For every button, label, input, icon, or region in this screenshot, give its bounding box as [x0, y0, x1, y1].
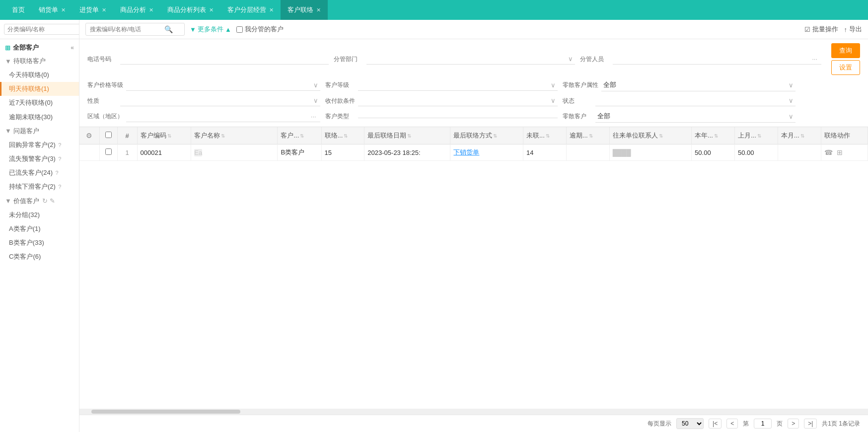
nav-product-analysis[interactable]: 商品分析 ✕ — [113, 0, 160, 20]
customer-type-select[interactable] — [358, 115, 558, 118]
nav-product-analysis-list[interactable]: 商品分析列表 ✕ — [160, 0, 220, 20]
nav-sales-order[interactable]: 销货单 ✕ — [32, 0, 72, 20]
sidebar-item-today-contact[interactable]: 今天待联络(0) — [0, 68, 79, 82]
td-last-contact-method: 下销货单 — [450, 144, 523, 161]
sidebar-group-value[interactable]: ▼ 价值客户 ↻ ✎ — [0, 194, 79, 208]
help-icon: ? — [58, 142, 61, 148]
action-icons: ☎ ⊞ — [824, 148, 865, 156]
price-level-select[interactable]: ∨ — [126, 80, 320, 91]
my-customers-checkbox[interactable] — [236, 26, 243, 33]
horizontal-scrollbar[interactable] — [79, 409, 868, 415]
collapse-icon[interactable]: « — [71, 44, 74, 51]
last-page-btn[interactable]: >| — [804, 419, 817, 429]
grid-action-icon[interactable]: ⊞ — [837, 148, 843, 156]
row-checkbox[interactable] — [105, 148, 112, 155]
td-unit-contact: ████ — [609, 144, 691, 161]
table-header-row: ⚙ # 客户编码⇅ 客户名称⇅ 客户...⇅ 联络...⇅ 最后联络日期⇅ 最后… — [79, 127, 868, 144]
td-customer-name: Ea — [191, 144, 278, 161]
close-icon[interactable]: ✕ — [149, 7, 153, 13]
payment-select[interactable]: ∨ — [358, 95, 558, 106]
sidebar-item-overdue-contact[interactable]: 逾期未联络(30) — [0, 110, 79, 124]
sidebar-item-churned[interactable]: 已流失客户(24) ? — [0, 166, 79, 180]
close-icon[interactable]: ✕ — [61, 7, 66, 13]
search-icon[interactable]: 🔍 — [164, 25, 173, 33]
next-page-btn[interactable]: > — [788, 419, 799, 429]
table-container: ⚙ # 客户编码⇅ 客户名称⇅ 客户...⇅ 联络...⇅ 最后联络日期⇅ 最后… — [79, 127, 868, 409]
th-last-month: 上月...⇅ — [734, 127, 778, 144]
filter-nature: 性质 ∨ — [87, 95, 320, 106]
chevron-down-icon: ∨ — [789, 113, 794, 120]
contact-icon[interactable]: ☎ — [824, 148, 833, 156]
refresh-icon[interactable]: ↻ — [42, 197, 48, 205]
more-icon[interactable]: ··· — [810, 55, 819, 63]
sidebar-search-area: 🔍 — [0, 20, 79, 39]
my-customers-checkbox-label[interactable]: 我分管的客户 — [236, 25, 284, 34]
select-all-checkbox[interactable] — [105, 132, 112, 138]
edit-icon[interactable]: ✎ — [50, 197, 55, 205]
per-page-select[interactable]: 50 100 200 — [676, 418, 704, 429]
page-suffix: 页 — [777, 420, 783, 428]
close-icon[interactable]: ✕ — [269, 7, 274, 13]
chevron-down-icon: ∨ — [313, 97, 318, 104]
search-input[interactable] — [90, 26, 164, 33]
nav-home[interactable]: 首页 — [5, 0, 32, 20]
phone-input[interactable] — [120, 54, 329, 65]
region-select[interactable]: ··· — [126, 111, 320, 122]
sidebar-item-class-c[interactable]: C类客户(6) — [0, 250, 79, 264]
sidebar-item-declining[interactable]: 持续下滑客户(2) ? — [0, 180, 79, 194]
query-button[interactable]: 查询 — [831, 43, 860, 58]
nav-purchase-order[interactable]: 进货单 ✕ — [72, 0, 113, 20]
customer-level-select[interactable]: ∨ — [358, 80, 558, 91]
sidebar-item-class-b[interactable]: B类客户(33) — [0, 236, 79, 250]
search-box: 🔍 — [85, 23, 185, 36]
filter-status: 状态 ∨ — [563, 95, 796, 106]
sidebar-all-customers[interactable]: ⊞ 全部客户 « — [0, 39, 79, 54]
sidebar-group-pending[interactable]: ▼ 待联络客户 — [0, 54, 79, 68]
retail-attr-select[interactable]: 全部 ∨ — [601, 79, 796, 91]
person-select[interactable]: ··· — [613, 54, 821, 65]
td-overdue — [566, 144, 609, 161]
th-customer-name: 客户名称⇅ — [191, 127, 278, 144]
td-uncontacted: 14 — [523, 144, 566, 161]
page-input[interactable] — [754, 419, 772, 429]
close-icon[interactable]: ✕ — [316, 7, 321, 13]
close-icon[interactable]: ✕ — [209, 7, 214, 13]
first-page-btn[interactable]: |< — [709, 419, 722, 429]
retail-customer-select[interactable]: 全部 ∨ — [595, 110, 796, 123]
filter-buttons: 查询 设置 — [831, 43, 860, 75]
filter-phone: 电话号码 — [87, 54, 329, 65]
help-icon: ? — [58, 184, 61, 190]
status-select[interactable]: ∨ — [595, 95, 796, 106]
td-this-month — [778, 144, 821, 161]
nature-select[interactable]: ∨ — [120, 95, 320, 106]
more-conditions-btn[interactable]: ▼ 更多条件 ▲ — [190, 25, 231, 34]
unit-contact-text: ████ — [613, 149, 631, 156]
sidebar-item-tomorrow-contact[interactable]: 明天待联络(1) — [0, 82, 79, 96]
sidebar-item-class-a[interactable]: A类客户(1) — [0, 222, 79, 236]
scroll-thumb[interactable] — [91, 410, 240, 414]
chevron-down-icon: ∨ — [568, 55, 573, 63]
sidebar-search-input[interactable] — [4, 24, 79, 35]
sidebar-group-problem[interactable]: ▼ 问题客户 — [0, 124, 79, 138]
export-btn[interactable]: ↑ 导出 — [844, 25, 863, 34]
contact-method-link[interactable]: 下销货单 — [453, 148, 479, 156]
help-icon: ? — [58, 156, 61, 162]
settings-button[interactable]: 设置 — [831, 60, 860, 75]
more-icon[interactable]: ··· — [309, 113, 318, 120]
chevron-down-icon: ∨ — [789, 81, 794, 89]
nav-customer-tiering[interactable]: 客户分层经营 ✕ — [220, 0, 281, 20]
table-footer: 每页显示 50 100 200 |< < 第 页 > >| 共1页 1条记录 — [79, 415, 868, 432]
dept-select[interactable]: ∨ — [366, 54, 575, 65]
batch-operation-btn[interactable]: ☑ 批量操作 — [804, 25, 838, 34]
sidebar-item-7day-contact[interactable]: 近7天待联络(0) — [0, 96, 79, 110]
filter-row-3: 性质 ∨ 收付款条件 ∨ 状态 — [87, 95, 860, 106]
sidebar-item-ungrouped[interactable]: 未分组(32) — [0, 208, 79, 222]
td-last-month: 50.00 — [734, 144, 778, 161]
td-customer-type: B类客户 — [278, 144, 321, 161]
prev-page-btn[interactable]: < — [726, 419, 738, 429]
sidebar-item-churn-warning[interactable]: 流失预警客户(3) ? — [0, 152, 79, 166]
close-icon[interactable]: ✕ — [102, 7, 106, 13]
gear-icon[interactable]: ⚙ — [86, 132, 92, 140]
nav-customer-contact[interactable]: 客户联络 ✕ — [281, 0, 328, 20]
sidebar-item-abnormal-repurchase[interactable]: 回购异常客户(2) ? — [0, 138, 79, 152]
